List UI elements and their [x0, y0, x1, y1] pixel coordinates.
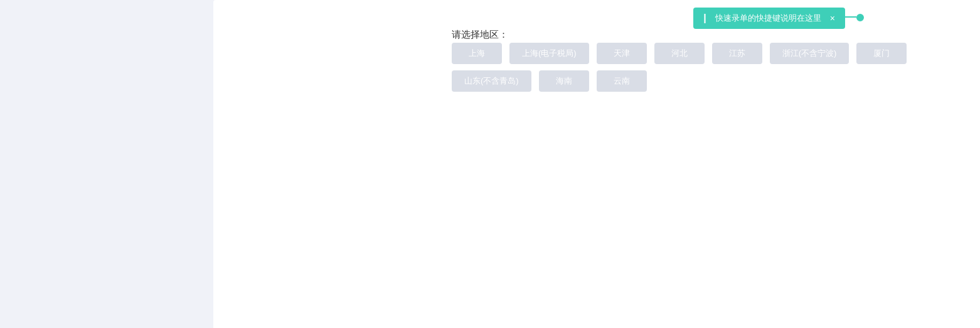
btn-shandong[interactable]: 山东(不含青岛) [452, 70, 531, 92]
btn-xiamen[interactable]: 厦门 [856, 43, 907, 64]
tooltip-banner: 快速录单的快捷键说明在这里 × [693, 8, 845, 29]
page-label: 请选择地区： [452, 29, 508, 41]
connector-line [845, 16, 856, 18]
main-content: 请选择地区： 上海 上海(电子税局) 天津 河北 江苏 浙江(不含宁波) 厦门 … [213, 0, 980, 328]
btn-yunnan[interactable]: 云南 [597, 70, 647, 92]
btn-tianjin[interactable]: 天津 [597, 43, 647, 64]
btn-hainan[interactable]: 海南 [539, 70, 589, 92]
btn-shanghai[interactable]: 上海 [452, 43, 502, 64]
tooltip-close-button[interactable]: × [830, 13, 835, 23]
btn-hebei[interactable]: 河北 [654, 43, 705, 64]
sidebar [0, 0, 213, 328]
dot-indicator [856, 14, 864, 21]
btn-zhejiang[interactable]: 浙江(不含宁波) [770, 43, 850, 64]
btn-shanghai-etax[interactable]: 上海(电子税局) [509, 43, 589, 64]
region-buttons-row1: 上海 上海(电子税局) 天津 河北 江苏 浙江(不含宁波) 厦门 [452, 43, 907, 64]
btn-jiangsu[interactable]: 江苏 [712, 43, 762, 64]
region-buttons-row2: 山东(不含青岛) 海南 云南 [452, 70, 647, 92]
tooltip-text: 快速录单的快捷键说明在这里 [715, 13, 821, 24]
